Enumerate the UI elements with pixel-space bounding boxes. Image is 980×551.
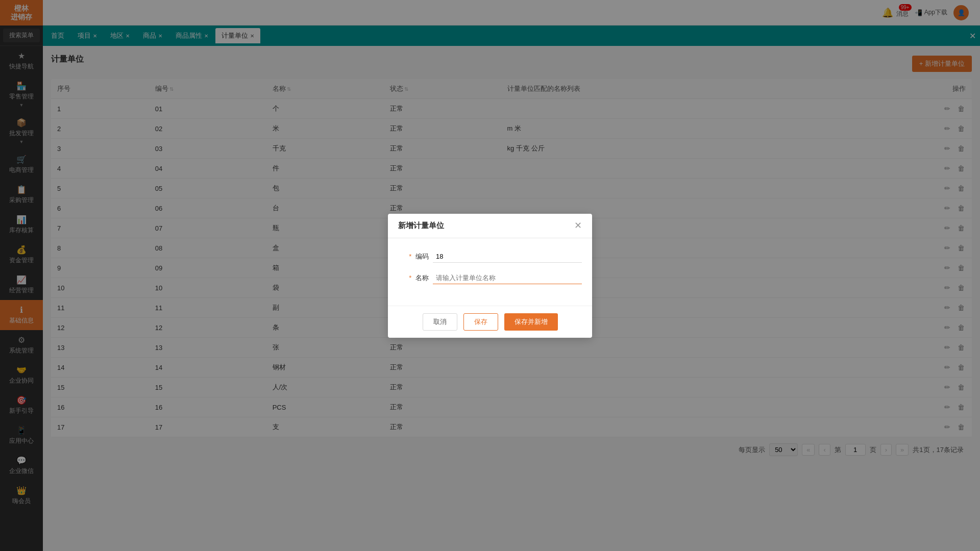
modal-header: 新增计量单位 ✕ [388, 214, 592, 238]
form-row-code: * 编码 [398, 251, 582, 263]
name-label-container: * 名称 [398, 273, 429, 283]
required-mark-code: * [409, 253, 411, 260]
modal-close-button[interactable]: ✕ [574, 221, 582, 230]
name-input[interactable] [433, 272, 582, 284]
modal-footer: 取消 保存 保存并新增 [388, 306, 592, 338]
code-label: 编码 [415, 253, 429, 260]
cancel-button[interactable]: 取消 [423, 313, 457, 331]
name-label: 名称 [415, 274, 429, 282]
modal-title: 新增计量单位 [398, 221, 444, 231]
save-and-new-button[interactable]: 保存并新增 [504, 313, 558, 331]
modal-overlay: 新增计量单位 ✕ * 编码 * 名称 取消 保存 保存并新增 [0, 0, 980, 551]
modal-body: * 编码 * 名称 [388, 238, 592, 306]
code-label-container: * 编码 [398, 252, 429, 261]
save-button[interactable]: 保存 [463, 313, 498, 331]
form-row-name: * 名称 [398, 272, 582, 284]
code-input[interactable] [433, 251, 582, 263]
required-mark-name: * [409, 274, 411, 282]
add-unit-modal: 新增计量单位 ✕ * 编码 * 名称 取消 保存 保存并新增 [388, 214, 592, 338]
